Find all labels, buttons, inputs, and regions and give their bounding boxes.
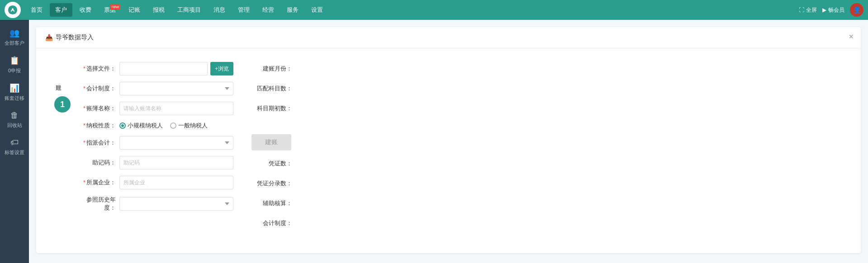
form-left: 建账 1 *选择文件： +浏览 (54, 62, 233, 230)
aux-accounting-label: 辅助核算： (251, 199, 292, 207)
nav-invoice[interactable]: 票据 new (99, 3, 121, 17)
sidebar-item-declaration[interactable]: 📋 0申报 (2, 52, 27, 78)
nav-home[interactable]: 首页 (25, 3, 48, 17)
trash-icon: 🗑 (10, 111, 19, 120)
voucher-entries-label: 凭证分录数： (251, 179, 292, 188)
radio-dot-small (119, 122, 126, 129)
fullscreen-btn[interactable]: ⛶ 全屏 (799, 6, 817, 14)
nav-service[interactable]: 服务 (281, 3, 304, 17)
form-fields: *选择文件： +浏览 *会计制度： (80, 62, 233, 212)
tags-icon: 🏷 (10, 138, 19, 147)
nav-tax[interactable]: 报税 (147, 3, 170, 17)
layout: 👥 全部客户 📋 0申报 📊 账套迁移 🗑 回收站 🏷 标签设置 📥 导爷数据导… (0, 20, 868, 263)
history-year-select[interactable] (119, 197, 233, 211)
accountant-label: *指派会计： (80, 139, 116, 147)
sidebar-item-migration[interactable]: 📊 账套迁移 (2, 80, 27, 105)
accountant-select[interactable] (119, 136, 233, 150)
accounting-system-label: *会计制度： (80, 85, 116, 93)
company-label: *所属企业： (80, 178, 116, 187)
nav-items: 首页 客户 收费 票据 new 记账 报税 工商项目 消息 管理 经营 服务 设… (25, 3, 799, 17)
logo[interactable] (5, 2, 21, 18)
voucher-count-label: 凭证数： (251, 160, 292, 168)
build-button[interactable]: 建账 (251, 134, 291, 150)
nav-operation[interactable]: 经营 (257, 3, 280, 17)
tax-type-row: *纳税性质： 小规模纳税人 一般纳税人 (80, 122, 233, 130)
sidebar: 👥 全部客户 📋 0申报 📊 账套迁移 🗑 回收站 🏷 标签设置 (0, 20, 29, 263)
build-month-row: 建账月份： (251, 62, 369, 75)
nav-business[interactable]: 工商项目 (172, 3, 206, 17)
file-input-box[interactable] (119, 62, 208, 75)
panel-header-icon: 📥 (45, 34, 53, 41)
ledger-name-input[interactable] (119, 102, 233, 115)
step-badge: 1 (54, 96, 71, 113)
customers-icon: 👥 (9, 28, 19, 38)
form-right: 建账月份： 匹配科目数： 科目期初数： 建账 (251, 62, 369, 230)
nav-charge[interactable]: 收费 (74, 3, 97, 17)
sidebar-label-tags: 标签设置 (5, 149, 24, 156)
accounting-system-row: *会计制度： (80, 82, 233, 95)
form-area: 建账 1 *选择文件： +浏览 (36, 48, 861, 244)
sidebar-item-all-customers[interactable]: 👥 全部客户 (2, 24, 27, 50)
sidebar-label-declaration: 0申报 (8, 67, 21, 74)
page-panel: 📥 导爷数据导入 × 建账 1 *选择文件： (36, 27, 861, 253)
fullscreen-icon: ⛶ (799, 7, 804, 13)
nav-bookkeeping[interactable]: 记账 (123, 3, 146, 17)
close-button[interactable]: × (849, 33, 854, 41)
match-subjects-label: 匹配科目数： (251, 85, 292, 93)
ledger-name-row: *账簿名称： (80, 102, 233, 115)
sidebar-label-trash: 回收站 (7, 122, 22, 129)
fullscreen-label: 全屏 (806, 6, 817, 14)
history-year-label: 参照历史年度： (80, 196, 116, 212)
accountant-row: *指派会计： (80, 136, 233, 150)
file-label: *选择文件： (80, 65, 116, 73)
sidebar-item-tags[interactable]: 🏷 标签设置 (2, 134, 27, 160)
memo-input[interactable] (119, 156, 233, 169)
radio-dot-general (170, 122, 176, 129)
tax-type-radio-group: 小规模纳税人 一般纳税人 (119, 122, 233, 130)
tax-type-label: *纳税性质： (80, 122, 116, 130)
nav-message[interactable]: 消息 (208, 3, 231, 17)
file-row: *选择文件： +浏览 (80, 62, 233, 75)
avatar[interactable]: 👤 (850, 3, 863, 17)
sidebar-label-migration: 账套迁移 (5, 95, 24, 102)
match-subjects-row: 匹配科目数： (251, 82, 369, 95)
memo-row: 助记码： (80, 156, 233, 169)
browse-button[interactable]: +浏览 (210, 62, 233, 75)
new-badge: new (110, 4, 120, 10)
build-month-label: 建账月份： (251, 65, 292, 73)
migration-icon: 📊 (9, 83, 19, 93)
panel-title: 导爷数据导入 (56, 33, 94, 42)
accounting-system-select[interactable] (119, 82, 233, 95)
initial-subjects-row: 科目期初数： (251, 102, 369, 115)
panel-header: 📥 导爷数据导入 × (36, 27, 861, 48)
radio-small-scale[interactable]: 小规模纳税人 (119, 122, 163, 130)
svg-point-1 (12, 8, 14, 10)
initial-subjects-label: 科目期初数： (251, 104, 292, 113)
memo-label: 助记码： (80, 159, 116, 167)
main-content: 📥 导爷数据导入 × 建账 1 *选择文件： (29, 20, 868, 263)
company-row: *所属企业： (80, 176, 233, 189)
nav-right: ⛶ 全屏 ▶ 畅会员 👤 (799, 3, 863, 17)
ledger-name-label: *账簿名称： (80, 104, 116, 113)
file-input-group: +浏览 (119, 62, 233, 75)
play-icon: ▶ (822, 7, 826, 13)
nav-management[interactable]: 管理 (232, 3, 255, 17)
aux-accounting-row: 辅助核算： (251, 197, 369, 210)
avatar-icon: 👤 (853, 6, 861, 14)
member-label: 畅会员 (828, 6, 844, 14)
declaration-icon: 📋 (9, 56, 19, 66)
member-btn[interactable]: ▶ 畅会员 (822, 6, 844, 14)
voucher-entries-row: 凭证分录数： (251, 177, 369, 190)
voucher-count-row: 凭证数： (251, 157, 369, 170)
company-input[interactable] (119, 176, 233, 189)
sidebar-label-customers: 全部客户 (5, 40, 24, 47)
history-year-row: 参照历史年度： (80, 196, 233, 212)
sidebar-item-trash[interactable]: 🗑 回收站 (2, 107, 27, 132)
nav-settings[interactable]: 设置 (306, 3, 328, 17)
radio-general[interactable]: 一般纳税人 (170, 122, 208, 130)
right-accounting-system-row: 会计制度： (251, 216, 369, 230)
right-accounting-system-label: 会计制度： (251, 219, 292, 227)
file-required: * (83, 65, 85, 72)
top-nav: 首页 客户 收费 票据 new 记账 报税 工商项目 消息 管理 经营 服务 设… (0, 0, 868, 20)
nav-customer[interactable]: 客户 (50, 3, 72, 17)
